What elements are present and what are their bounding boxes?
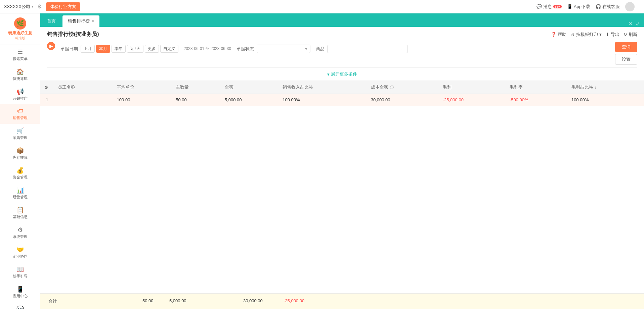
- sidebar-item-search[interactable]: ☰ 搜索菜单: [0, 45, 40, 65]
- trial-button[interactable]: 体验行业方案: [46, 2, 80, 11]
- sidebar-item-basic[interactable]: 📋 基础信息: [0, 203, 40, 223]
- last7-btn[interactable]: 近7天: [127, 45, 143, 53]
- cell-name: [54, 94, 113, 106]
- sidebar-item-nav[interactable]: 🏠 快捷导航: [0, 65, 40, 85]
- cell-margin-pct: 100.00%: [567, 94, 644, 106]
- tab-label: 销售排行榜: [68, 18, 90, 24]
- table-row: 1 100.00 50.00 5,000.00 100.00% 30,000.0…: [40, 94, 644, 106]
- maximize-icon[interactable]: ⤢: [636, 20, 640, 27]
- inventory-icon: 📦: [16, 147, 24, 154]
- sidebar-label-purchase: 采购管理: [13, 135, 28, 140]
- help-label: 帮助: [558, 32, 566, 38]
- sidebar-item-system[interactable]: ⚙ 系统管理: [0, 223, 40, 243]
- sidebar-item-inventory[interactable]: 📦 库存核算: [0, 144, 40, 163]
- sidebar-item-guide[interactable]: 📖 新手引导: [0, 262, 40, 282]
- col-cost: 成本全额 ⓘ: [367, 81, 439, 94]
- chevron-down-icon: ▾: [32, 5, 33, 8]
- app-download-button[interactable]: 📱 App下载: [567, 4, 590, 10]
- tab-close-icon[interactable]: ×: [92, 19, 94, 23]
- sidebar-label-collab: 企业协同: [13, 254, 28, 259]
- last-month-btn[interactable]: 上月: [81, 45, 95, 53]
- settings-icon[interactable]: ⚙: [37, 3, 42, 10]
- sidebar-item-promo[interactable]: 📢 营销推广: [0, 85, 40, 104]
- cell-avg-price: 100.00: [113, 94, 172, 106]
- export-button[interactable]: ⬇ 导出: [606, 32, 619, 38]
- company-name: XXXXXX公司: [4, 4, 30, 10]
- apps-icon: 📱: [16, 286, 24, 293]
- this-year-btn[interactable]: 本年: [112, 45, 126, 53]
- status-select[interactable]: ▾: [257, 45, 310, 53]
- col-sales-pct: 销售收入占比%: [278, 81, 367, 94]
- this-month-btn[interactable]: 本月: [96, 45, 110, 53]
- service-label: 在线客服: [602, 4, 620, 10]
- col-avg-price: 平均单价: [113, 81, 172, 94]
- col-margin: 毛利: [439, 81, 506, 94]
- date-filter-group: 单据日期 上月 本月 本年 近7天 更多 自定义: [60, 45, 178, 53]
- tab-sales-ranking[interactable]: 销售排行榜 ×: [62, 15, 99, 27]
- sidebar-item-operation[interactable]: 📊 经营管理: [0, 183, 40, 203]
- cell-qty: 50.00: [172, 94, 221, 106]
- purchase-icon: 🛒: [16, 127, 24, 135]
- avatar[interactable]: [625, 2, 635, 11]
- sidebar-logo: 🌿 畅康通好生意 标准版: [0, 13, 40, 45]
- filter-expand-arrow[interactable]: ▶: [47, 42, 55, 50]
- filters-row: 单据日期 上月 本月 本年 近7天 更多 自定义 2023: [60, 42, 610, 56]
- tab-home[interactable]: 首页: [40, 15, 62, 27]
- cell-cost: 30,000.00: [367, 94, 439, 106]
- sidebar-label-guide: 新手引导: [13, 274, 28, 279]
- logo-sub: 标准版: [15, 36, 25, 41]
- col-amount: 全额: [221, 81, 278, 94]
- date-range-display: 2023-06-01 至 2023-06-30: [184, 46, 231, 52]
- promo-icon: 📢: [16, 88, 24, 95]
- main-layout: 🌿 畅康通好生意 标准版 ☰ 搜索菜单 🏠 快捷导航 📢 营销推广 🏷 销售管理…: [0, 13, 644, 309]
- status-filter-label: 单据状态: [237, 46, 254, 52]
- goods-input[interactable]: …: [327, 45, 408, 53]
- page-actions: ❓ 帮助 🖨 按模板打印 ▾ ⬇ 导出 ↻: [551, 32, 637, 38]
- sidebar-item-apps[interactable]: 📱 应用中心: [0, 282, 40, 302]
- close-window-icon[interactable]: ✕: [629, 20, 633, 27]
- more-date-btn[interactable]: 更多: [145, 45, 159, 53]
- filters-container: ▶ 单据日期 上月 本月 本年 近7天 更多: [47, 42, 637, 67]
- message-label: 消息: [543, 4, 552, 10]
- logo-icon: 🌿: [14, 17, 26, 30]
- expand-more-button[interactable]: ▾ 展开更多条件: [325, 70, 360, 79]
- basic-icon: 📋: [16, 206, 24, 214]
- page-title-row: 销售排行榜(按业务员) ❓ 帮助 🖨 按模板打印 ▾ ⬇: [47, 31, 637, 38]
- wechat-icon: 💬: [16, 305, 24, 309]
- logo-title: 畅康通好生意: [8, 30, 32, 36]
- sidebar-label-promo: 营销推广: [13, 96, 28, 101]
- sidebar-label-inventory: 库存核算: [13, 155, 28, 160]
- cost-help-icon[interactable]: ⓘ: [390, 85, 394, 89]
- settings-button[interactable]: 设置: [615, 54, 637, 65]
- query-button[interactable]: 查询: [615, 42, 637, 52]
- filter-actions: 查询 设置: [615, 42, 637, 65]
- operation-icon: 📊: [16, 187, 24, 194]
- system-icon: ⚙: [17, 226, 23, 234]
- sidebar-label-operation: 经营管理: [13, 195, 28, 200]
- footer-qty: 50.00: [138, 297, 165, 306]
- online-service-button[interactable]: 🎧 在线客服: [596, 4, 620, 10]
- col-margin-rate: 毛利率: [506, 81, 567, 94]
- page-title: 销售排行榜(按业务员): [47, 31, 99, 38]
- sidebar-label-search: 搜索菜单: [13, 56, 28, 61]
- print-dropdown-icon: ▾: [599, 32, 602, 37]
- print-icon: 🖨: [570, 32, 575, 37]
- data-table: ⚙ 员工名称 平均单价 主数量 全额 销售收入占比% 成本全额 ⓘ 毛利 毛利率…: [40, 81, 644, 106]
- margin-pct-sort-icon[interactable]: ↕: [595, 85, 597, 89]
- goods-filter-label: 商品: [316, 46, 325, 52]
- refresh-button[interactable]: ↻ 刷新: [624, 32, 637, 38]
- sidebar-item-finance[interactable]: 💰 资金管理: [0, 163, 40, 183]
- sidebar-item-purchase[interactable]: 🛒 采购管理: [0, 124, 40, 144]
- custom-date-btn[interactable]: 自定义: [160, 45, 178, 53]
- col-settings[interactable]: ⚙: [40, 81, 54, 94]
- goods-more-icon: …: [401, 47, 405, 51]
- print-button[interactable]: 🖨 按模板打印 ▾: [570, 32, 602, 38]
- message-button[interactable]: 💬 消息 99+: [536, 4, 562, 10]
- sidebar-item-collab[interactable]: 🤝 企业协同: [0, 243, 40, 262]
- tab-bar-right: ✕ ⤢: [625, 20, 644, 27]
- cell-margin: -25,000.00: [439, 94, 506, 106]
- sidebar-item-wechat[interactable]: 💬 企业微信: [0, 302, 40, 309]
- help-button[interactable]: ❓ 帮助: [551, 32, 566, 38]
- sidebar-item-sales[interactable]: 🏷 销售管理: [0, 104, 40, 124]
- company-selector[interactable]: XXXXXX公司 ▾: [4, 4, 33, 10]
